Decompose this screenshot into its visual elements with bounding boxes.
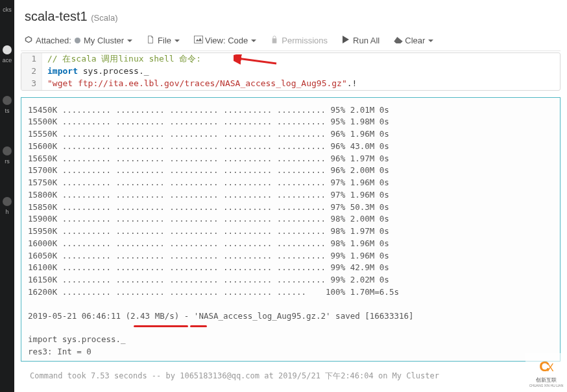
view-menu[interactable]: View: Code xyxy=(194,36,256,45)
code-line: 1 // 在scala 调用linux shell 命令: xyxy=(21,53,560,65)
output-cell: 15450K .......... .......... .......... … xyxy=(21,97,561,362)
progress-line: 15700K .......... .......... .......... … xyxy=(28,165,556,177)
progress-line: 15800K .......... .......... .......... … xyxy=(28,189,556,202)
code-line: 3 "wget ftp://ita.ee.lbl.gov/traces/NASA… xyxy=(21,78,560,90)
progress-line: 16150K .......... .......... .......... … xyxy=(28,274,556,286)
progress-line: 16100K .......... .......... .......... … xyxy=(28,262,556,274)
progress-line: 16200K .......... .......... .......... … xyxy=(28,286,556,299)
line-number: 3 xyxy=(21,78,42,90)
progress-line: 15450K .......... .......... .......... … xyxy=(28,104,556,117)
line-number: 1 xyxy=(21,53,42,65)
chevron-down-icon xyxy=(251,40,256,42)
eraser-icon xyxy=(394,36,402,45)
progress-line: 15500K .......... .......... .......... … xyxy=(28,116,556,128)
notebook-main: scala-test1 (Scala) Attached: My Cluster… xyxy=(14,0,567,392)
command-took-footer: Command took 7.53 seconds -- by 10651831… xyxy=(21,368,561,386)
image-icon xyxy=(194,36,202,45)
watermark: CX 创新互联 CHUANG XIN HU LIAN xyxy=(525,353,567,392)
progress-line: 15550K .......... .......... .......... … xyxy=(28,128,556,141)
rail-item[interactable]: ts xyxy=(3,96,12,114)
code-cell[interactable]: 1 // 在scala 调用linux shell 命令: 2 import s… xyxy=(21,52,561,91)
play-icon xyxy=(342,36,350,45)
file-menu[interactable]: File xyxy=(147,36,180,45)
progress-line: 16050K .......... .......... .......... … xyxy=(28,250,556,262)
clear-menu[interactable]: Clear xyxy=(394,36,433,45)
file-icon xyxy=(147,36,154,45)
notebook-toolbar: Attached: My Cluster File View: Code Per… xyxy=(21,30,561,51)
rail-item[interactable]: cks xyxy=(3,6,12,13)
status-dot-icon xyxy=(75,38,80,43)
notebook-language: (Scala) xyxy=(91,13,117,23)
chevron-down-icon xyxy=(175,40,180,42)
rail-item[interactable]: ace xyxy=(3,45,12,63)
chevron-down-icon xyxy=(127,40,132,42)
saved-line: 2019-05-21 06:46:11 (2.43 MB/s) - 'NASA_… xyxy=(28,310,556,323)
rail-item[interactable]: rs xyxy=(3,146,12,165)
line-number: 2 xyxy=(21,65,42,78)
progress-line: 15850K .......... .......... .......... … xyxy=(28,202,556,214)
progress-line: 16000K .......... .......... .......... … xyxy=(28,238,556,250)
chevron-down-icon xyxy=(428,40,433,42)
watermark-sub: CHUANG XIN HU LIAN xyxy=(529,384,564,387)
result-line: import sys.process._ xyxy=(28,334,556,346)
notebook-title: scala-test1 (Scala) xyxy=(21,6,561,30)
progress-line: 15750K .......... .......... .......... … xyxy=(28,177,556,189)
progress-line: 15900K .......... .......... .......... … xyxy=(28,213,556,225)
left-nav-rail: cks ace ts rs h xyxy=(0,0,14,392)
permissions-button: Permissions xyxy=(271,36,328,45)
attached-menu[interactable]: Attached: My Cluster xyxy=(25,36,132,45)
attached-icon xyxy=(25,36,32,45)
code-line: 2 import sys.process._ xyxy=(21,65,560,78)
progress-line: 15650K .......... .......... .......... … xyxy=(28,153,556,165)
rail-item[interactable]: h xyxy=(3,197,12,215)
lock-icon xyxy=(271,36,278,45)
result-line: res3: Int = 0 xyxy=(28,346,556,358)
run-all-button[interactable]: Run All xyxy=(342,36,380,45)
watermark-logo: CX xyxy=(539,358,553,375)
progress-line: 15950K .......... .......... .......... … xyxy=(28,225,556,238)
notebook-name[interactable]: scala-test1 xyxy=(25,9,88,23)
watermark-text: 创新互联 xyxy=(536,376,557,384)
progress-line: 15600K .......... .......... .......... … xyxy=(28,141,556,153)
